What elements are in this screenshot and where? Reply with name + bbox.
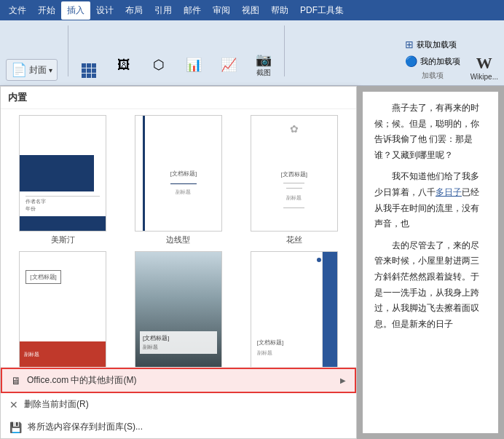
cover-label-huasi: 花丝: [286, 234, 302, 245]
cover-item-lizi[interactable]: [文档标题] 副标题 离子(浅色): [239, 251, 349, 367]
ribbon-screenshot-btn[interactable]: 📷 截图: [248, 49, 280, 81]
menu-start[interactable]: 开始: [32, 1, 61, 20]
wikipedia-icon: W: [476, 54, 492, 73]
picture-icon: 🖼: [117, 58, 130, 73]
get-addons-btn[interactable]: ⊞ 获取加载项: [401, 37, 465, 52]
cover-dropdown-arrow: ▾: [49, 66, 52, 74]
my-addons-label: 我的加载项: [420, 56, 460, 67]
ribbon-smartart-btn[interactable]: 📊: [178, 54, 210, 76]
doc-paragraph-1: 燕子去了，有再来的时候；候。但是，聪明的，你告诉我偷了他 们罢：那是谁？又藏到哪…: [374, 100, 487, 163]
addons-section-label: 加载项: [401, 71, 465, 81]
meisiding-title: [文档标题]文档副标题: [94, 169, 106, 178]
cover-thumb-huari: [文档标题] 副标题: [19, 251, 106, 367]
delete-cover-menu-item[interactable]: ✕ 删除当前封面(R): [1, 393, 356, 416]
cover-thumb-huasi: ✿ [文西标题] 副标题: [251, 115, 338, 232]
dropdown-header: 内置: [1, 87, 356, 109]
menu-file[interactable]: 文件: [3, 1, 32, 20]
cover-item-meisiding[interactable]: [文档标题]文档副标题 作者名字 年份 美斯汀: [8, 115, 118, 245]
save-icon: 💾: [9, 422, 22, 433]
menu-review[interactable]: 审阅: [207, 1, 236, 20]
wikipedia-label: Wikipe...: [470, 73, 498, 81]
cover-thumb-jifen: [文档标题] 副标题: [135, 251, 222, 367]
cover-item-huasi[interactable]: ✿ [文西标题] 副标题 花丝: [239, 115, 349, 245]
screenshot-icon: 📷: [256, 52, 272, 68]
office-icon: 🖥: [11, 375, 21, 387]
meisiding-top-band: [20, 155, 94, 191]
ribbon: 📄 封面 ▾ 🖼 ⬡ 📊 📈 📷 截图: [0, 20, 504, 86]
menubar: 文件 开始 插入 设计 布局 引用 邮件 审阅 视图 帮助 PDF工具集: [0, 0, 504, 20]
screenshot-label: 截图: [256, 68, 271, 78]
ribbon-separator-1: [68, 25, 68, 76]
menu-view[interactable]: 视图: [236, 1, 265, 20]
doc-paragraph-2: 我不知道他们给了我多少日算着，八千多日子已经从我手在时间的流里，没有声音，也: [374, 169, 487, 232]
cover-icon: 📄: [11, 62, 27, 78]
cover-thumb-lizi: [文档标题] 副标题: [251, 251, 338, 367]
save-cover-menu-item[interactable]: 💾 将所选内容保存到封面库(S)...: [1, 416, 356, 438]
office-other-menu-item[interactable]: 🖥 Office.com 中的其他封面(M) ▶: [1, 368, 356, 393]
shapes-icon: ⬡: [153, 57, 165, 73]
addons-grid-icon: ⊞: [405, 39, 414, 50]
menu-pdf[interactable]: PDF工具集: [294, 1, 350, 20]
doc-paragraph-3: 去的尽管去了，来的尽管来时候，小屋里射进两三方斜斜茫然然跟着旋转。于是一一洗手边…: [374, 238, 487, 333]
cover-label: 封面: [29, 64, 47, 76]
menu-design[interactable]: 设计: [90, 1, 119, 20]
submenu-arrow: ▶: [340, 376, 346, 384]
ribbon-chart-btn[interactable]: 📈: [213, 54, 245, 76]
cover-dropdown-panel: 内置 [文档标题]文档副标题 作者名字 年份: [0, 86, 357, 439]
cover-thumb-meisiding: [文档标题]文档副标题 作者名字 年份: [19, 115, 106, 232]
ribbon-table-btn[interactable]: [73, 60, 105, 81]
meisiding-bottom-band: [20, 216, 106, 231]
chart-icon: 📈: [221, 57, 237, 73]
bottom-menu: 🖥 Office.com 中的其他封面(M) ▶ ✕ 删除当前封面(R) 💾 将…: [1, 367, 356, 438]
delete-label: 删除当前封面(R): [24, 398, 89, 411]
ribbon-shapes-btn[interactable]: ⬡: [143, 54, 175, 76]
main-area: 内置 [文档标题]文档副标题 作者名字 年份: [0, 86, 504, 439]
menu-mail[interactable]: 邮件: [178, 1, 207, 20]
cover-thumb-bianjian: [文档标题] 副标题: [135, 115, 222, 232]
ribbon-separator-2: [284, 25, 285, 76]
menu-help[interactable]: 帮助: [265, 1, 294, 20]
menu-reference[interactable]: 引用: [149, 1, 178, 20]
my-addons-btn[interactable]: 🔵 我的加载项: [401, 54, 465, 68]
office-label: Office.com 中的其他封面(M): [27, 374, 136, 387]
menu-layout[interactable]: 布局: [119, 1, 149, 20]
my-addons-icon: 🔵: [405, 55, 417, 67]
smartart-icon: 📊: [186, 57, 202, 73]
get-addons-label: 获取加载项: [417, 39, 457, 50]
cover-label-bianjian: 边线型: [166, 234, 190, 245]
wikipedia-btn[interactable]: W Wikipe...: [470, 54, 498, 81]
covers-grid: [文档标题]文档副标题 作者名字 年份 美斯汀: [1, 109, 356, 367]
cover-label-meisiding: 美斯汀: [51, 234, 75, 245]
cover-item-bianjian[interactable]: [文档标题] 副标题 边线型: [124, 115, 234, 245]
document-page: 燕子去了，有再来的时候；候。但是，聪明的，你告诉我偷了他 们罢：那是谁？又藏到哪…: [363, 92, 498, 433]
cover-button[interactable]: 📄 封面 ▾: [6, 59, 58, 81]
document-area: 燕子去了，有再来的时候；候。但是，聪明的，你告诉我偷了他 们罢：那是谁？又藏到哪…: [357, 86, 504, 439]
ribbon-picture-btn[interactable]: 🖼: [108, 55, 140, 76]
cover-item-huari[interactable]: [文档标题] 副标题 怀旧: [8, 251, 118, 367]
save-label: 将所选内容保存到封面库(S)...: [28, 421, 143, 433]
menu-insert[interactable]: 插入: [61, 1, 90, 20]
table-icon: [82, 63, 96, 78]
delete-icon: ✕: [9, 399, 18, 411]
cover-item-jifen[interactable]: [文档标题] 副标题 积分: [124, 251, 234, 367]
